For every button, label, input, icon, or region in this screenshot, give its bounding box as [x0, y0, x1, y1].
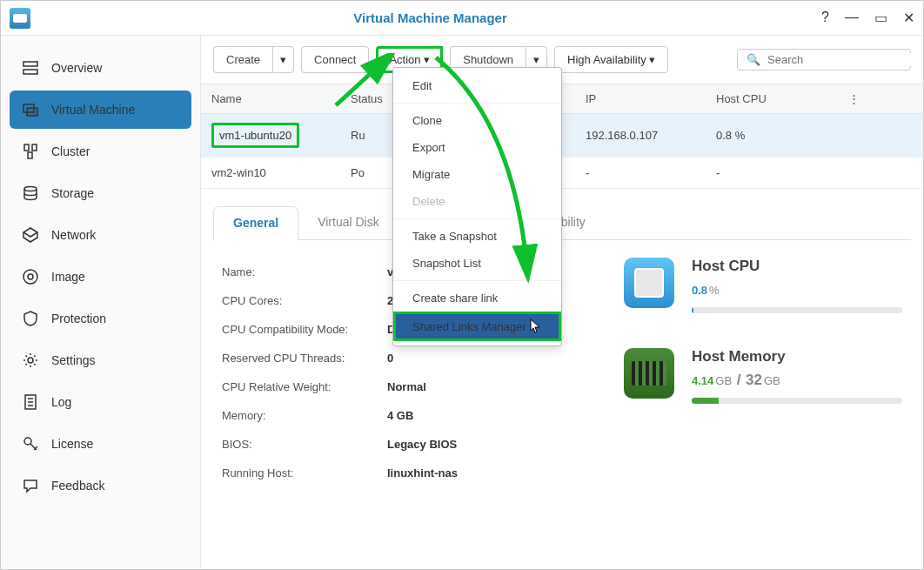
create-button[interactable]: Create▾ [213, 46, 294, 73]
feedback-icon [22, 477, 39, 494]
spec-label: Memory: [222, 409, 387, 422]
vm-table: Name Status Host IP Host CPU ⋮ vm1-ubunt… [201, 84, 923, 189]
sidebar-item-cluster[interactable]: Cluster [10, 132, 191, 171]
toolbar: Create▾ Connect Action ▾ Shutdown▾ High … [201, 36, 923, 84]
dd-delete: Delete [393, 188, 561, 215]
sidebar-item-virtual-machine[interactable]: Virtual Machine [10, 91, 191, 129]
ram-icon [624, 348, 674, 399]
search-input[interactable]: 🔍 [737, 49, 911, 70]
cursor-icon [530, 319, 542, 334]
spec-label: CPU Relative Weight: [222, 380, 387, 393]
tab-virtual-disk[interactable]: Virtual Disk [298, 206, 398, 239]
dd-shared-links-manager[interactable]: Shared Links Manager [393, 312, 561, 341]
spec-label: CPU Compatibility Mode: [222, 323, 387, 336]
sidebar-item-image[interactable]: Image [10, 258, 191, 296]
maximize-icon[interactable]: ▭ [874, 10, 887, 26]
sidebar-item-network[interactable]: Network [10, 216, 191, 254]
vm-ip: 192.168.0.107 [575, 120, 706, 151]
search-field[interactable] [767, 53, 914, 66]
gear-icon [22, 352, 39, 369]
ram-used: 4.14 [692, 374, 713, 387]
spec-label: BIOS: [222, 438, 387, 451]
vm-cpu: 0.8 % [706, 120, 836, 151]
sidebar-item-label: Settings [51, 353, 96, 367]
svg-point-15 [24, 438, 31, 445]
ha-button: High Availability ▾ [554, 46, 668, 73]
ram-bar [692, 398, 902, 404]
connect-button[interactable]: Connect [301, 46, 369, 73]
table-row[interactable]: vm2-win10 Po -nas - - [201, 158, 923, 189]
spec-value: 4 GB [387, 409, 413, 422]
spec-value: Legacy BIOS [387, 438, 457, 451]
chevron-down-icon: ▾ [424, 53, 430, 66]
cpu-bar [692, 307, 902, 313]
stat-title: Host CPU [692, 258, 902, 275]
window-title: Virtual Machine Manager [39, 10, 821, 25]
cluster-icon [22, 143, 39, 160]
overview-icon [22, 59, 39, 77]
more-cols-icon[interactable]: ⋮ [836, 84, 871, 113]
cpu-value: 0.8 [692, 284, 707, 297]
sidebar-item-label: Virtual Machine [51, 103, 135, 117]
sidebar-item-feedback[interactable]: Feedback [10, 466, 191, 505]
vm-icon [22, 101, 39, 118]
host-memory-stat: Host Memory 4.14GB / 32GB [624, 348, 902, 404]
sidebar-item-label: Cluster [51, 144, 90, 158]
sidebar-item-license[interactable]: License [10, 425, 191, 463]
col-hostcpu[interactable]: Host CPU [706, 84, 836, 113]
spec-value: linuxhint-nas [387, 466, 458, 479]
action-dropdown: Edit Clone Export Migrate Delete Take a … [392, 67, 562, 346]
ram-total: 32 [746, 372, 762, 388]
sidebar-item-label: Storage [51, 186, 94, 200]
svg-rect-6 [28, 152, 32, 158]
sidebar-item-protection[interactable]: Protection [10, 299, 191, 338]
key-icon [22, 435, 39, 453]
svg-rect-5 [32, 144, 37, 151]
protection-icon [22, 310, 39, 327]
sidebar-item-label: License [51, 437, 93, 451]
chevron-down-icon[interactable]: ▾ [272, 46, 294, 73]
dd-snapshot[interactable]: Take a Snapshot [393, 223, 561, 250]
svg-point-9 [28, 274, 33, 279]
search-icon: 🔍 [747, 53, 760, 66]
sidebar-item-overview[interactable]: Overview [10, 49, 191, 87]
help-icon[interactable]: ? [821, 10, 829, 26]
tab-general[interactable]: General [213, 206, 298, 240]
svg-rect-4 [24, 144, 29, 151]
sidebar-item-log[interactable]: Log [10, 383, 191, 421]
vm-cpu: - [706, 158, 836, 188]
minimize-icon[interactable]: — [845, 10, 859, 26]
col-ip[interactable]: IP [575, 84, 706, 113]
sidebar-item-label: Protection [51, 312, 106, 325]
sidebar: Overview Virtual Machine Cluster Storage… [1, 36, 201, 569]
dd-migrate[interactable]: Migrate [393, 161, 561, 188]
table-row[interactable]: vm1-ubuntu20 Ru -nas 192.168.0.107 0.8 % [201, 114, 923, 158]
spec-label: Running Host: [222, 466, 387, 479]
sidebar-item-label: Image [51, 270, 85, 284]
sidebar-item-label: Log [51, 395, 71, 409]
host-cpu-stat: Host CPU 0.8% [624, 258, 902, 313]
dd-create-share[interactable]: Create share link [393, 285, 561, 312]
chevron-down-icon: ▾ [649, 53, 655, 66]
log-icon [22, 393, 39, 411]
col-name[interactable]: Name [201, 84, 340, 113]
network-icon [22, 226, 39, 244]
dd-snapshot-list[interactable]: Snapshot List [393, 250, 561, 277]
close-icon[interactable]: ✕ [903, 10, 914, 26]
sidebar-item-settings[interactable]: Settings [10, 341, 191, 379]
cpu-unit: % [709, 284, 720, 297]
storage-icon [22, 184, 39, 202]
sidebar-item-storage[interactable]: Storage [10, 174, 191, 212]
create-label: Create [213, 46, 272, 73]
ram-used-unit: GB [715, 374, 732, 387]
dd-export[interactable]: Export [393, 134, 561, 161]
stat-title: Host Memory [692, 348, 902, 365]
vm-ip: - [575, 158, 706, 188]
dd-clone[interactable]: Clone [393, 107, 561, 134]
vm-name: vm1-ubuntu20 [211, 123, 299, 148]
dd-edit[interactable]: Edit [393, 72, 561, 99]
cpu-icon [624, 258, 674, 308]
sidebar-item-label: Overview [51, 61, 102, 75]
svg-rect-0 [23, 62, 37, 66]
spec-label: Name: [222, 265, 387, 278]
